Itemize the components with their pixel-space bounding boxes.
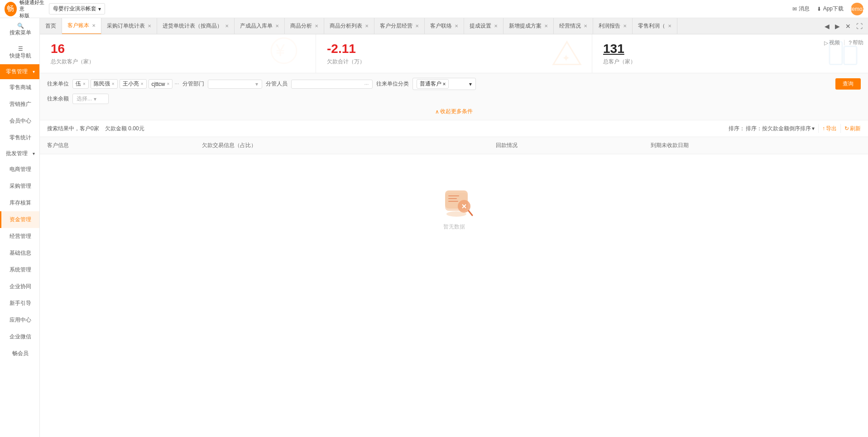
tab-close-icon-10[interactable]: ✕ (544, 24, 548, 28)
filter-tag-chen: 陈民强 × (91, 79, 118, 89)
tab-close-icon-11[interactable]: ✕ (584, 24, 587, 28)
tab-close-icon-4[interactable]: ✕ (275, 24, 279, 28)
tab-next-button[interactable]: ▶ (833, 22, 842, 31)
col-repayment: 回款情况 (489, 137, 643, 154)
tab-close-icon-8[interactable]: ✕ (455, 24, 458, 28)
tab-product-analysis[interactable]: 商品分析 ✕ (285, 18, 324, 34)
sidebar-item-enterprise-coop[interactable]: 企业协同 (0, 278, 39, 295)
stat-label-customers: 总欠款客户（家） (51, 58, 305, 66)
tab-customer-balance[interactable]: 客户账本 ✕ (62, 18, 101, 34)
filter-category-select[interactable]: 普通客户 × ▾ (412, 78, 476, 90)
svg-line-12 (469, 211, 472, 215)
page-content: ¥ 16 总欠款客户（家） ✦ -2.11 欠款合计（万） (40, 34, 868, 437)
tab-close-icon-9[interactable]: ✕ (494, 24, 498, 28)
sort-button[interactable]: 排序： 排序：按欠款金额倒序排序 ▾ (729, 125, 815, 133)
data-table: 客户信息 欠款交易信息（占比） 回款情况 到期未收款日期 (40, 137, 868, 154)
tab-fullscreen-button[interactable]: ⛶ (854, 22, 864, 31)
svg-text:✦: ✦ (562, 52, 570, 63)
sidebar-item-enterprise-wechat[interactable]: 企业微信 (0, 328, 39, 345)
empty-text: 暂无数据 (443, 223, 465, 231)
tab-profit-report[interactable]: 利润报告 ✕ (593, 18, 633, 34)
tab-new-promotion-plan[interactable]: 新增提成方案 ✕ (504, 18, 554, 34)
tab-close-icon[interactable]: ✕ (92, 23, 96, 28)
table-toolbar: 搜索结果中，客户0家 欠款金额 0.00元 排序： 排序：按欠款金额倒序排序 ▾… (40, 120, 868, 137)
sidebar-item-purchase[interactable]: 采购管理 (0, 178, 39, 195)
sidebar-item-marketing[interactable]: 营销推广 (0, 96, 39, 113)
tab-prev-button[interactable]: ◀ (823, 22, 831, 31)
tab-purchase-order-stats[interactable]: 采购订单统计表 ✕ (101, 18, 157, 34)
filter-dept-label: 分管部门 (182, 80, 204, 88)
sidebar-item-ecommerce[interactable]: 电商管理 (0, 161, 39, 178)
remove-category-normal[interactable]: × (442, 81, 446, 87)
tab-customer-contact[interactable]: 客户联络 ✕ (425, 18, 464, 34)
sidebar-item-app-center[interactable]: 应用中心 (0, 312, 39, 328)
sidebar-item-search[interactable]: 🔍 搜索菜单 (0, 18, 39, 41)
remove-tag-cjttcw[interactable]: × (167, 81, 170, 86)
logo-area: 畅 畅捷通好生意 标版 (5, 0, 44, 19)
remove-tag-wang[interactable]: × (141, 81, 144, 86)
tab-close-all-button[interactable]: ✕ (844, 22, 853, 31)
sidebar-item-retail-stats[interactable]: 零售统计 (0, 129, 39, 146)
help-icon: ? (849, 40, 852, 46)
refresh-button[interactable]: ↻ 刷新 (844, 125, 861, 133)
tab-business-status[interactable]: 经营情况 ✕ (554, 18, 593, 34)
filter-amount-select[interactable]: 选择... ▾ (72, 94, 109, 104)
sidebar-item-quick-nav[interactable]: ☰ 快捷导航 (0, 41, 39, 64)
messages-button[interactable]: ✉ 消息 (792, 5, 810, 13)
workspace-selector[interactable]: 母婴行业演示帐套 ▾ (49, 3, 105, 14)
filter-amount-label: 往来余额 (47, 95, 69, 103)
stat-label-amount: 欠款合计（万） (327, 58, 581, 66)
app-download-button[interactable]: ⬇ App下载 (817, 5, 844, 13)
toolbar-divider-2 (840, 124, 841, 133)
tab-close-icon-13[interactable]: ✕ (668, 24, 671, 28)
tab-retail-profit[interactable]: 零售利润（ ✕ (633, 18, 677, 34)
sidebar-item-finance[interactable]: 资金管理 (0, 211, 39, 228)
tab-bar: 首页 客户账本 ✕ 采购订单统计表 ✕ 进货单统计表（按商品） ✕ 产成品入库单… (40, 18, 868, 34)
remove-tag-wu[interactable]: × (83, 81, 86, 86)
collapse-button[interactable]: ∧ 收起更多条件 (435, 108, 473, 115)
sidebar-item-wholesale[interactable]: 批发管理 ▾ (0, 146, 39, 161)
sidebar-item-basic-info[interactable]: 基础信息 (0, 245, 39, 261)
video-help-button[interactable]: ▷ 视频 (824, 39, 840, 47)
tab-product-into-warehouse[interactable]: 产成品入库单 ✕ (235, 18, 285, 34)
tab-product-analysis-list[interactable]: 商品分析列表 ✕ (324, 18, 374, 34)
stat-value-total: 131 (603, 42, 857, 56)
tab-close-icon-5[interactable]: ✕ (315, 24, 318, 28)
filter-dept-select[interactable]: ▾ (208, 80, 262, 89)
tab-customer-segment[interactable]: 客户分层经营 ✕ (374, 18, 425, 34)
tab-close-icon-6[interactable]: ✕ (365, 24, 369, 28)
query-button[interactable]: 查询 (835, 78, 861, 90)
tab-home[interactable]: 首页 (40, 18, 62, 34)
chevron-icon-2: ▾ (33, 151, 35, 156)
sidebar-item-new-guide[interactable]: 新手引导 (0, 295, 39, 312)
sidebar-item-member[interactable]: 会员中心 (0, 113, 39, 129)
sidebar-item-member2[interactable]: 畅会员 (0, 345, 39, 362)
content-area: 首页 客户账本 ✕ 采购订单统计表 ✕ 进货单统计表（按商品） ✕ 产成品入库单… (40, 18, 868, 437)
stat-label-total: 总客户（家） (603, 58, 857, 66)
stat-value-customers: 16 (51, 42, 305, 56)
filter-more-button[interactable]: ... (174, 79, 179, 89)
remove-tag-chen[interactable]: × (112, 81, 115, 86)
sidebar-item-system[interactable]: 系统管理 (0, 261, 39, 278)
sidebar-item-retail-mall[interactable]: 零售商城 (0, 79, 39, 96)
avatar[interactable]: demo2 (851, 3, 863, 15)
sidebar-item-operations[interactable]: 经营管理 (0, 228, 39, 245)
tab-close-icon-12[interactable]: ✕ (623, 24, 627, 28)
tab-close-icon-3[interactable]: ✕ (225, 24, 229, 28)
stat-top-right: ▷ 视频 | ? 帮助 (824, 39, 863, 47)
filter-person-select[interactable]: ··· (291, 80, 373, 89)
col-overdue-date: 到期未收款日期 (643, 137, 868, 154)
stats-row: ¥ 16 总欠款客户（家） ✦ -2.11 欠款合计（万） (40, 34, 868, 73)
table-header: 客户信息 欠款交易信息（占比） 回款情况 到期未收款日期 (40, 137, 868, 154)
help-button[interactable]: ? 帮助 (849, 39, 863, 47)
tab-purchase-stats-by-product[interactable]: 进货单统计表（按商品） ✕ (157, 18, 235, 34)
tab-close-icon-2[interactable]: ✕ (148, 24, 151, 28)
filter-tag-wang: 王小亮 × (120, 79, 147, 89)
sidebar-item-inventory[interactable]: 库存核算 (0, 195, 39, 211)
empty-state: 暂无数据 (40, 154, 868, 258)
tab-close-icon-7[interactable]: ✕ (415, 24, 419, 28)
tab-promotion-settings[interactable]: 提成设置 ✕ (464, 18, 504, 34)
export-button[interactable]: ↑ 导出 (822, 125, 837, 133)
sidebar-item-retail[interactable]: 零售管理 ▾ (0, 64, 39, 79)
download-icon: ⬇ (817, 6, 821, 12)
